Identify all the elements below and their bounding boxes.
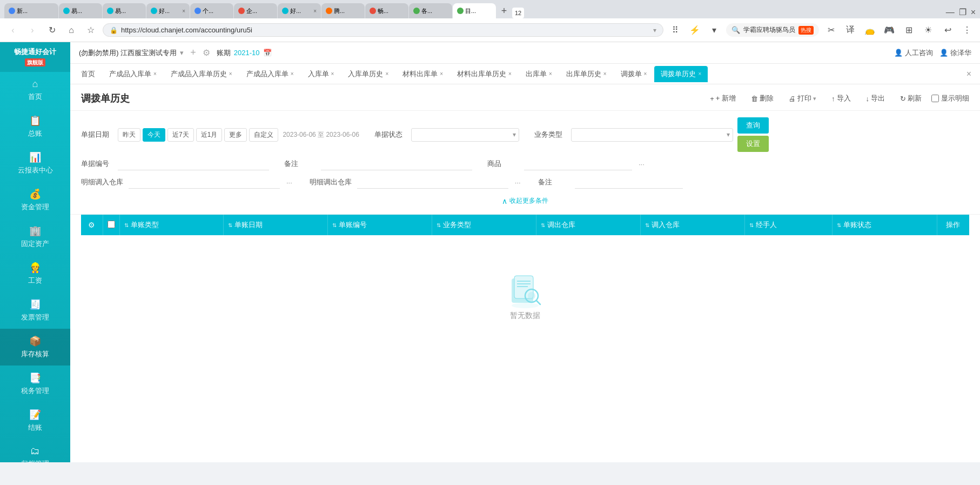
maximize-button[interactable]: ❐	[959, 7, 966, 17]
sidebar-item-inventory[interactable]: 📦 库存核算	[0, 329, 70, 366]
tab-material-out-history[interactable]: 材料出库单历史 ×	[451, 66, 518, 82]
tab-close-icon[interactable]: ×	[291, 71, 294, 77]
settings-icon-header[interactable]: ⚙	[203, 48, 210, 58]
last7-button[interactable]: 近7天	[167, 128, 194, 142]
forward-button[interactable]: ›	[25, 23, 40, 38]
close-button[interactable]: ×	[971, 8, 976, 17]
company-selector[interactable]: (勿删勿禁用) 江西服宝测试专用 ▾	[79, 48, 184, 58]
display-cols-toggle[interactable]: 显示明细	[931, 94, 969, 103]
translate-icon[interactable]: 译	[843, 23, 858, 38]
today-button[interactable]: 今天	[143, 128, 165, 142]
tab-home[interactable]: 首页	[75, 66, 102, 82]
tab-material-out[interactable]: 材料出库单 ×	[396, 66, 449, 82]
check-column-header[interactable]	[103, 215, 119, 235]
minimize-button[interactable]: —	[946, 8, 955, 17]
tab-transfer-history[interactable]: 调拨单历史 ×	[654, 66, 708, 82]
tab-close-icon[interactable]: ×	[229, 71, 232, 77]
goods-more-icon[interactable]: ···	[636, 160, 647, 168]
browser-tab-7[interactable]: 好... ×	[278, 3, 321, 18]
handler-column-header[interactable]: ⇅ 经手人	[745, 215, 833, 235]
settings-column-header[interactable]: ⚙	[81, 215, 103, 235]
goods-input[interactable]	[524, 157, 632, 170]
tab-stock-in[interactable]: 入库单 ×	[301, 66, 341, 82]
tab-close-icon[interactable]: ×	[549, 71, 552, 77]
tab-close-icon[interactable]: ×	[313, 8, 317, 14]
sidebar-item-finance[interactable]: 💰 资金管理	[0, 182, 70, 218]
remark-input[interactable]	[321, 157, 472, 170]
detail-out-input[interactable]	[357, 176, 508, 189]
remark2-input[interactable]	[575, 176, 683, 189]
detail-in-input[interactable]	[129, 176, 280, 189]
address-bar[interactable]: 🔒 https://cloud.chanjet.com/accounting/u…	[103, 23, 663, 37]
browser-tab-5[interactable]: 个...	[190, 3, 233, 18]
tab-close-icon[interactable]: ×	[385, 71, 388, 77]
tab-close-icon[interactable]: ×	[153, 71, 157, 77]
browser-tab-9[interactable]: 畅...	[365, 3, 408, 18]
detail-out-more-icon[interactable]: ···	[513, 178, 523, 187]
date-column-header[interactable]: ⇅ 单账日期	[224, 215, 328, 235]
dropdown-button[interactable]: ▾	[707, 23, 722, 38]
display-cols-checkbox[interactable]	[931, 95, 939, 102]
tab-products-in[interactable]: 产成品入库单 ×	[103, 66, 163, 82]
close-all-tabs-button[interactable]: ×	[962, 69, 976, 79]
new-button[interactable]: + + 新增	[704, 91, 741, 106]
sidebar-item-reports[interactable]: 📊 云报表中心	[0, 145, 70, 182]
print-button[interactable]: 🖨 打印 ▾	[783, 91, 822, 106]
sidebar-item-tax[interactable]: 📑 税务管理	[0, 366, 70, 402]
collapse-button[interactable]: ∧ 收起更多条件	[81, 194, 969, 208]
detail-in-more-icon[interactable]: ···	[284, 178, 294, 187]
custom-date-button[interactable]: 自定义	[249, 128, 278, 142]
tab-products-in-history[interactable]: 产成品入库单历史 ×	[164, 66, 239, 82]
delete-button[interactable]: 🗑 删除	[746, 91, 779, 106]
tab-stock-in-history[interactable]: 入库单历史 ×	[341, 66, 395, 82]
game-icon[interactable]: 🎮	[882, 23, 897, 38]
home-button[interactable]: ⌂	[64, 23, 79, 38]
bookmark-button[interactable]: ☆	[83, 23, 98, 38]
back-button[interactable]: ‹	[5, 23, 21, 38]
tab-close-icon[interactable]: ×	[644, 71, 647, 77]
number-column-header[interactable]: ⇅ 单账编号	[328, 215, 432, 235]
biz-type-column-header[interactable]: ⇅ 业务类型	[432, 215, 536, 235]
browser-tab-1[interactable]: 新...	[4, 3, 58, 18]
reload-button[interactable]: ↻	[44, 23, 59, 38]
sidebar-item-home[interactable]: ⌂ 首页	[0, 72, 70, 108]
scissors-icon[interactable]: ✂	[823, 23, 838, 38]
gear-icon[interactable]: ⚙	[88, 221, 95, 229]
browser-tab-4[interactable]: 好... ×	[146, 3, 190, 18]
browser-tab-3[interactable]: 易...	[103, 3, 146, 18]
user-avatar[interactable]: 👤 徐泽华	[939, 48, 971, 58]
status-column-header[interactable]: ⇅ 单账状态	[833, 215, 937, 235]
import-button[interactable]: ↑ 导入	[826, 91, 856, 106]
status-select[interactable]	[411, 128, 519, 142]
settings-filter-button[interactable]: 设置	[737, 136, 769, 152]
tab-stock-out-history[interactable]: 出库单历史 ×	[560, 66, 613, 82]
tab-close-icon[interactable]: ×	[440, 71, 443, 77]
tab-close-icon[interactable]: ×	[508, 71, 512, 77]
print-dropdown-icon[interactable]: ▾	[813, 95, 816, 102]
wallet-icon[interactable]: 👝	[862, 23, 877, 38]
sidebar-item-assets[interactable]: 🏢 固定资产	[0, 218, 70, 255]
add-company-button[interactable]: +	[190, 47, 196, 58]
type-column-header[interactable]: ⇅ 单账类型	[119, 215, 224, 235]
browser-tab-8[interactable]: 腾...	[321, 3, 365, 18]
customer-service-button[interactable]: 👤 人工咨询	[894, 48, 933, 58]
new-tab-button[interactable]: +	[496, 3, 512, 18]
tab-stock-out[interactable]: 出库单 ×	[519, 66, 559, 82]
in-warehouse-column-header[interactable]: ⇅ 调入仓库	[641, 215, 745, 235]
refresh-button[interactable]: ↻ 刷新	[895, 91, 927, 106]
lightning-button[interactable]: ⚡	[687, 23, 702, 38]
period-selector[interactable]: 账期 2021-10 📅	[217, 48, 272, 58]
tab-close-icon[interactable]: ×	[603, 71, 607, 77]
browser-tab-6[interactable]: 企...	[234, 3, 277, 18]
sidebar-item-payroll[interactable]: 👷 工资	[0, 255, 70, 292]
extensions-button[interactable]: ⠿	[668, 23, 683, 38]
biz-type-select[interactable]	[571, 128, 733, 142]
more-options-icon[interactable]: ▾	[653, 26, 656, 34]
browser-tab-11[interactable]: 目...	[453, 3, 496, 18]
undo-icon[interactable]: ↩	[940, 23, 955, 38]
out-warehouse-column-header[interactable]: ⇅ 调出仓库	[536, 215, 641, 235]
sidebar-item-archive[interactable]: 🗂 归档管理	[0, 439, 70, 462]
last-month-button[interactable]: 近1月	[196, 128, 223, 142]
tab-close-icon[interactable]: ×	[698, 71, 701, 77]
browser-tab-10[interactable]: 各...	[409, 3, 452, 18]
